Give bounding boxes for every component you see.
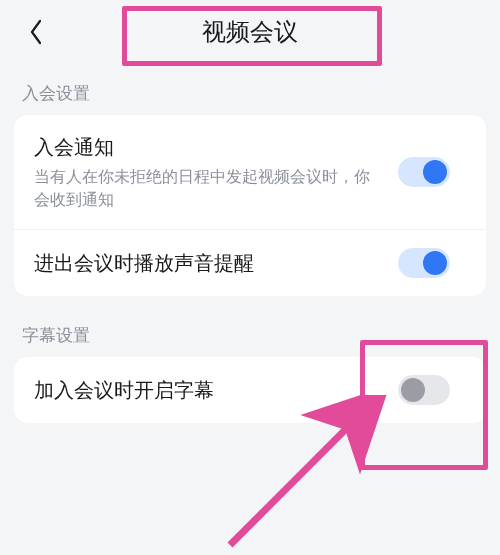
toggle-auto-subtitle[interactable] (398, 375, 450, 405)
row-text: 加入会议时开启字幕 (34, 376, 398, 404)
row-auto-subtitle: 加入会议时开启字幕 (14, 357, 486, 423)
row-title-autosub: 加入会议时开启字幕 (34, 376, 384, 404)
section-label-subtitle: 字幕设置 (0, 296, 500, 357)
row-title-notify: 入会通知 (34, 133, 384, 161)
row-text: 入会通知 当有人在你未拒绝的日程中发起视频会议时，你会收到通知 (34, 133, 398, 211)
page-title: 视频会议 (0, 16, 500, 48)
row-text: 进出会议时播放声音提醒 (34, 249, 398, 277)
svg-line-0 (230, 415, 360, 545)
subtitle-settings-card: 加入会议时开启字幕 (14, 357, 486, 423)
row-desc-notify: 当有人在你未拒绝的日程中发起视频会议时，你会收到通知 (34, 165, 384, 211)
header: 视频会议 (0, 0, 500, 64)
join-settings-card: 入会通知 当有人在你未拒绝的日程中发起视频会议时，你会收到通知 进出会议时播放声… (14, 115, 486, 296)
row-title-sound: 进出会议时播放声音提醒 (34, 249, 384, 277)
toggle-sound-alert[interactable] (398, 248, 450, 278)
section-label-join: 入会设置 (0, 64, 500, 115)
row-join-notify: 入会通知 当有人在你未拒绝的日程中发起视频会议时，你会收到通知 (14, 115, 486, 229)
back-icon[interactable] (22, 18, 50, 46)
row-sound-alert: 进出会议时播放声音提醒 (14, 229, 486, 296)
toggle-join-notify[interactable] (398, 157, 450, 187)
